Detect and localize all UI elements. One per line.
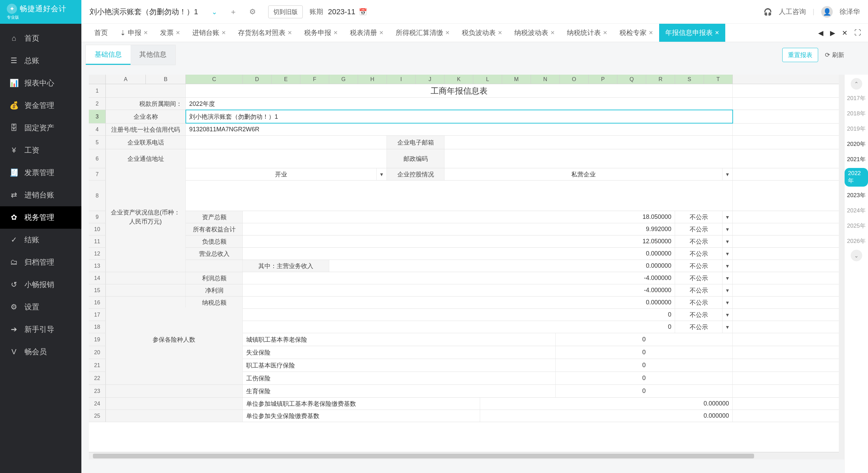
column-header[interactable]: H bbox=[358, 75, 387, 84]
row-header[interactable]: 10 bbox=[89, 223, 106, 235]
period-value[interactable]: 2023-11 bbox=[328, 7, 355, 16]
tab-prev-icon[interactable]: ◀ bbox=[818, 29, 823, 37]
column-header[interactable]: D bbox=[243, 75, 272, 84]
dropdown-value[interactable]: 不公示 bbox=[675, 272, 723, 284]
dropdown-arrow-icon[interactable]: ▼ bbox=[723, 284, 733, 296]
dropdown-value[interactable]: 不公示 bbox=[675, 248, 723, 260]
column-header[interactable]: O bbox=[560, 75, 589, 84]
sidebar-item-10[interactable]: 🗂归档管理 bbox=[0, 251, 81, 273]
row-header[interactable]: 16 bbox=[89, 297, 106, 308]
dropdown-arrow-icon[interactable]: ▼ bbox=[723, 309, 733, 321]
employees-value[interactable]: 0 bbox=[243, 309, 675, 321]
dropdown-arrow-icon[interactable]: ▼ bbox=[723, 272, 733, 284]
tab-close-icon[interactable]: ✕ bbox=[176, 30, 180, 36]
main-biz-value[interactable] bbox=[186, 181, 733, 211]
column-header[interactable]: I bbox=[387, 75, 416, 84]
tab-next-icon[interactable]: ▶ bbox=[830, 29, 835, 37]
base-value[interactable]: 0.000000 bbox=[480, 398, 733, 410]
switch-old-button[interactable]: 切到旧版 bbox=[268, 5, 303, 18]
column-header[interactable]: C bbox=[186, 75, 243, 84]
row-header[interactable]: 22 bbox=[89, 372, 106, 384]
account-name[interactable]: 刘小艳演示账套（勿删勿动！）1 bbox=[90, 7, 198, 17]
add-account-icon[interactable]: ＋ bbox=[230, 7, 237, 17]
dropdown-value[interactable]: 不公示 bbox=[675, 309, 723, 321]
tab-12[interactable]: 年报信息申报表✕ bbox=[659, 24, 725, 42]
column-header[interactable]: Q bbox=[617, 75, 646, 84]
row-header[interactable]: 5 bbox=[89, 136, 106, 149]
row-header[interactable]: 17 bbox=[89, 309, 106, 321]
dropdown-value[interactable]: 不公示 bbox=[675, 321, 723, 333]
tab-close-all-icon[interactable]: ✕ bbox=[842, 29, 848, 37]
column-header[interactable]: K bbox=[445, 75, 473, 84]
sidebar-item-6[interactable]: 🧾发票管理 bbox=[0, 162, 81, 184]
dropdown-value[interactable]: 私营企业 bbox=[445, 168, 723, 180]
insurance-value[interactable]: 0 bbox=[556, 372, 733, 384]
reset-report-button[interactable]: 重置报表 bbox=[782, 48, 818, 62]
dropdown-arrow-icon[interactable]: ▼ bbox=[723, 168, 733, 180]
column-header[interactable]: F bbox=[300, 75, 329, 84]
dropdown-arrow-icon[interactable]: ▼ bbox=[723, 260, 733, 272]
sidebar-item-7[interactable]: ⇄进销台账 bbox=[0, 184, 81, 206]
column-header[interactable]: L bbox=[473, 75, 502, 84]
dropdown-value[interactable]: 不公示 bbox=[675, 223, 723, 235]
row-header[interactable]: 14 bbox=[89, 272, 106, 284]
sidebar-item-12[interactable]: ⚙设置 bbox=[0, 296, 81, 318]
tab-3[interactable]: 进销台账✕ bbox=[186, 24, 232, 42]
tab-close-icon[interactable]: ✕ bbox=[288, 30, 292, 36]
subtab-other[interactable]: 其他信息 bbox=[131, 45, 175, 65]
row-header[interactable]: 25 bbox=[89, 410, 106, 422]
fin-value[interactable]: 12.050000 bbox=[243, 235, 675, 247]
column-header[interactable]: A bbox=[106, 75, 146, 84]
row-header[interactable]: 23 bbox=[89, 385, 106, 397]
account-dropdown-icon[interactable]: ⌄ bbox=[212, 8, 217, 16]
dropdown-arrow-icon[interactable]: ▼ bbox=[723, 223, 733, 235]
column-header[interactable]: R bbox=[646, 75, 675, 84]
sidebar-item-4[interactable]: 🗄固定资产 bbox=[0, 117, 81, 139]
sidebar-item-0[interactable]: ⌂首页 bbox=[0, 27, 81, 50]
consult-link[interactable]: 人工咨询 bbox=[779, 7, 806, 16]
insurance-value[interactable]: 0 bbox=[556, 385, 733, 397]
row-header[interactable]: 11 bbox=[89, 235, 106, 247]
sidebar-item-14[interactable]: V畅会员 bbox=[0, 341, 81, 363]
column-header[interactable]: E bbox=[272, 75, 300, 84]
row-header[interactable]: 21 bbox=[89, 359, 106, 372]
sidebar-item-11[interactable]: ↺小畅报销 bbox=[0, 273, 81, 296]
row-header[interactable]: 13 bbox=[89, 260, 106, 272]
reg-value[interactable]: 91320811MA7NGR2W6R bbox=[186, 124, 733, 135]
email-value[interactable] bbox=[445, 136, 733, 149]
sidebar-item-1[interactable]: ☰总账 bbox=[0, 50, 81, 72]
sidebar-item-8[interactable]: ✿税务管理 bbox=[0, 206, 81, 229]
tab-close-icon[interactable]: ✕ bbox=[498, 30, 502, 36]
year-down-icon[interactable]: ⌄ bbox=[851, 250, 862, 261]
dropdown-value[interactable]: 不公示 bbox=[675, 297, 723, 308]
tab-fullscreen-icon[interactable]: ⛶ bbox=[854, 29, 861, 37]
fin-sub-value[interactable]: 0.000000 bbox=[329, 260, 675, 272]
fin-value[interactable]: -4.000000 bbox=[243, 272, 675, 284]
vertical-scrollbar[interactable] bbox=[839, 75, 844, 459]
tab-9[interactable]: 纳税波动表✕ bbox=[508, 24, 561, 42]
fin-value[interactable]: -4.000000 bbox=[243, 284, 675, 296]
row-header[interactable]: 3 bbox=[89, 110, 106, 123]
row-header[interactable]: 9 bbox=[89, 211, 106, 223]
row-header[interactable]: 2 bbox=[89, 98, 106, 110]
sidebar-item-2[interactable]: 📊报表中心 bbox=[0, 72, 81, 94]
sidebar-item-5[interactable]: ¥工资 bbox=[0, 139, 81, 162]
insurance-value[interactable]: 0 bbox=[556, 359, 733, 372]
fin-value[interactable]: 18.050000 bbox=[243, 211, 675, 223]
tab-close-icon[interactable]: ✕ bbox=[715, 30, 719, 36]
dropdown-arrow-icon[interactable]: ▼ bbox=[723, 248, 733, 260]
dropdown-value[interactable]: 不公示 bbox=[675, 211, 723, 223]
column-header[interactable]: M bbox=[502, 75, 531, 84]
row-header[interactable]: 12 bbox=[89, 248, 106, 260]
dropdown-value[interactable]: 不公示 bbox=[675, 260, 723, 272]
user-avatar-icon[interactable]: 👤 bbox=[821, 6, 833, 18]
account-settings-icon[interactable]: ⚙ bbox=[249, 7, 256, 16]
refresh-button[interactable]: ⟳ 刷新 bbox=[825, 51, 844, 59]
tab-1[interactable]: ⇣申报✕ bbox=[114, 24, 154, 42]
fin-value[interactable]: 9.992000 bbox=[243, 223, 675, 235]
tab-close-icon[interactable]: ✕ bbox=[603, 30, 607, 36]
tab-8[interactable]: 税负波动表✕ bbox=[456, 24, 508, 42]
insurance-value[interactable]: 0 bbox=[556, 333, 733, 346]
column-header[interactable]: T bbox=[704, 75, 733, 84]
tab-close-icon[interactable]: ✕ bbox=[333, 30, 338, 36]
